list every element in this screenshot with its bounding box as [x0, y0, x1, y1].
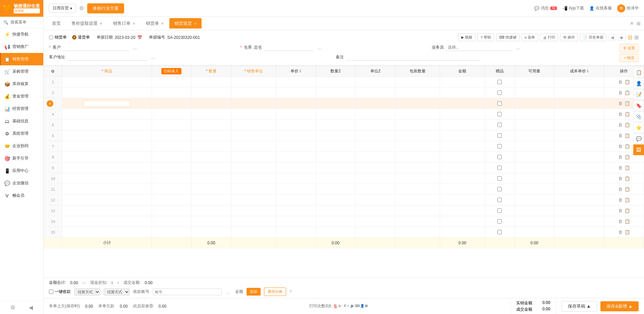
- delete-row-icon[interactable]: 🗑: [618, 79, 623, 84]
- product-input-field[interactable]: [84, 100, 130, 107]
- salesperson-input[interactable]: [446, 44, 513, 51]
- tab-price-setting[interactable]: 售价提取设置 ✕: [66, 18, 107, 28]
- scan-btn[interactable]: 扫码录入: [161, 68, 181, 74]
- float-btn-4[interactable]: 🔖: [633, 100, 644, 111]
- online-service-btn[interactable]: 👤 在线客服: [589, 5, 612, 11]
- delete-row-icon[interactable]: 🗑: [618, 230, 623, 235]
- salesperson-select-btn[interactable]: ...: [515, 45, 522, 50]
- delete-row-icon[interactable]: 🗑: [618, 144, 623, 149]
- radio-sales[interactable]: 销货单: [49, 35, 67, 40]
- float-btn-6[interactable]: ⭐: [633, 122, 644, 133]
- product-cell[interactable]: [62, 77, 152, 87]
- next-record-btn[interactable]: ▶: [618, 34, 626, 41]
- gift-checkbox[interactable]: [497, 155, 502, 159]
- col-settings[interactable]: ⚙: [44, 66, 62, 77]
- toolbar-operation[interactable]: ⚙ 操作: [560, 34, 578, 41]
- delete-row-icon[interactable]: 🗑: [618, 112, 623, 117]
- logistics-side-btn[interactable]: + 物流: [620, 54, 639, 62]
- delete-row-icon[interactable]: 🗑: [618, 165, 623, 170]
- messages-btn[interactable]: 💬 消息 70: [534, 5, 557, 11]
- float-btn-7[interactable]: 💬: [633, 133, 644, 144]
- table-view-icon[interactable]: ⊞: [634, 34, 639, 41]
- customer-address-input[interactable]: [67, 54, 148, 61]
- gift-checkbox[interactable]: [497, 90, 502, 95]
- copy-row-icon[interactable]: 📋: [625, 197, 630, 202]
- amount-cell[interactable]: [440, 77, 485, 87]
- radio-return[interactable]: 退货单: [72, 35, 90, 40]
- product-input-cell[interactable]: [62, 98, 152, 109]
- pack-qty-cell[interactable]: [395, 77, 440, 87]
- fee-split-btn[interactable]: 费用分摊: [264, 288, 286, 296]
- address-select-btn[interactable]: ...: [150, 55, 156, 60]
- gift-checkbox[interactable]: [497, 166, 502, 170]
- sidebar-item-shortcuts[interactable]: ⚡ 快捷导航: [0, 28, 43, 41]
- sidebar-item-operations[interactable]: 📊 经营管理: [0, 103, 43, 115]
- unit-price-cell[interactable]: [276, 77, 316, 87]
- product-cell[interactable]: [62, 87, 152, 98]
- tab-close-sales-delivery[interactable]: ✕: [161, 22, 164, 25]
- remark-input[interactable]: [346, 54, 480, 61]
- sidebar-item-sales[interactable]: 📋 销售管理: [0, 53, 43, 65]
- tab-close-sales-order[interactable]: ✕: [132, 22, 135, 25]
- customer-select-btn[interactable]: ...: [132, 45, 139, 50]
- settings-icon[interactable]: ⚙: [79, 5, 84, 11]
- copy-row-icon[interactable]: 📋: [625, 154, 630, 160]
- float-btn-3[interactable]: 📝: [633, 89, 644, 100]
- cost-price-info-icon[interactable]: ℹ: [587, 69, 589, 73]
- gift-checkbox[interactable]: [497, 133, 502, 138]
- unit2-cell[interactable]: [356, 77, 395, 87]
- toolbar-shortcut[interactable]: ⌨ 快捷键: [496, 34, 520, 41]
- add-row-btn[interactable]: +: [47, 100, 53, 107]
- gift-checkbox[interactable]: [497, 176, 502, 181]
- copy-row-icon[interactable]: 📋: [625, 133, 630, 138]
- gift-checkbox[interactable]: [497, 219, 502, 224]
- gift-checkbox[interactable]: [497, 187, 502, 191]
- warehouse-select-btn[interactable]: ...: [316, 45, 323, 50]
- float-btn-1[interactable]: 📋: [633, 67, 644, 78]
- one-click-collection-checkbox[interactable]: [49, 290, 53, 294]
- qty2-cell[interactable]: [316, 77, 356, 87]
- tab-layout-icon[interactable]: ⊞: [637, 21, 641, 26]
- toolbar-print[interactable]: 🖨 打印: [540, 34, 558, 41]
- settings-side-btn[interactable]: ⚙ 设置: [620, 44, 639, 52]
- gift-checkbox[interactable]: [497, 144, 502, 148]
- industry-selector[interactable]: 日用百货 ▾: [49, 4, 76, 13]
- sidebar-item-newguide[interactable]: 🎯 新手引导: [0, 152, 43, 165]
- gift-cell[interactable]: [485, 77, 515, 87]
- toolbar-history[interactable]: 📄 历史单据: [580, 34, 606, 41]
- prev-record-btn[interactable]: ◀: [608, 34, 616, 41]
- copy-row-icon[interactable]: 📋: [625, 112, 630, 117]
- calculation-select[interactable]: 结算方式: [104, 288, 130, 296]
- unit-price-info-icon[interactable]: ℹ: [300, 69, 301, 73]
- app-download-btn[interactable]: 📲 App下载: [562, 5, 584, 11]
- add-payment-btn[interactable]: 添加: [247, 288, 261, 296]
- gift-checkbox[interactable]: [497, 123, 502, 127]
- search-menu[interactable]: 🔍 搜索菜单: [0, 17, 43, 28]
- delete-row-icon[interactable]: 🗑: [618, 90, 623, 95]
- sidebar-item-system[interactable]: ⚙ 系统管理: [0, 127, 43, 140]
- tab-home[interactable]: 首页: [47, 18, 66, 28]
- account-input[interactable]: [153, 289, 222, 295]
- experience-btn[interactable]: 体验行业方案: [87, 3, 124, 13]
- gift-checkbox[interactable]: [497, 80, 502, 84]
- settlement-select[interactable]: 结算方式: [74, 288, 100, 296]
- toolbar-video[interactable]: ▶ 视频: [458, 34, 475, 41]
- col-scan[interactable]: 扫码录入: [152, 66, 192, 77]
- delete-row-icon[interactable]: 🗑: [618, 176, 623, 181]
- tab-sales-delivery[interactable]: 销货单 ✕: [141, 18, 169, 28]
- gift-checkbox[interactable]: [497, 230, 502, 234]
- cash-discount-info[interactable]: ℹ: [111, 280, 113, 285]
- sidebar-item-vip[interactable]: V 畅会员: [0, 189, 43, 202]
- tab-close-sales-return[interactable]: ✕: [194, 22, 197, 25]
- delete-row-icon[interactable]: 🗑: [618, 133, 623, 138]
- float-btn-5[interactable]: 📎: [633, 111, 644, 122]
- tab-close-all-icon[interactable]: ✕: [630, 21, 634, 26]
- delete-row-icon[interactable]: 🗑: [618, 122, 623, 127]
- delete-row-icon[interactable]: 🗑: [618, 197, 623, 202]
- sidebar-item-finance[interactable]: 💰 资金管理: [0, 90, 43, 103]
- one-click-collection[interactable]: 一键收款: [49, 289, 71, 295]
- gift-checkbox[interactable]: [497, 112, 502, 116]
- collapse-icon[interactable]: ◀: [29, 304, 33, 311]
- sidebar-item-purchase[interactable]: 🛒 采购管理: [0, 65, 43, 78]
- user-profile-btn[interactable]: 徐 徐泽华: [617, 4, 639, 12]
